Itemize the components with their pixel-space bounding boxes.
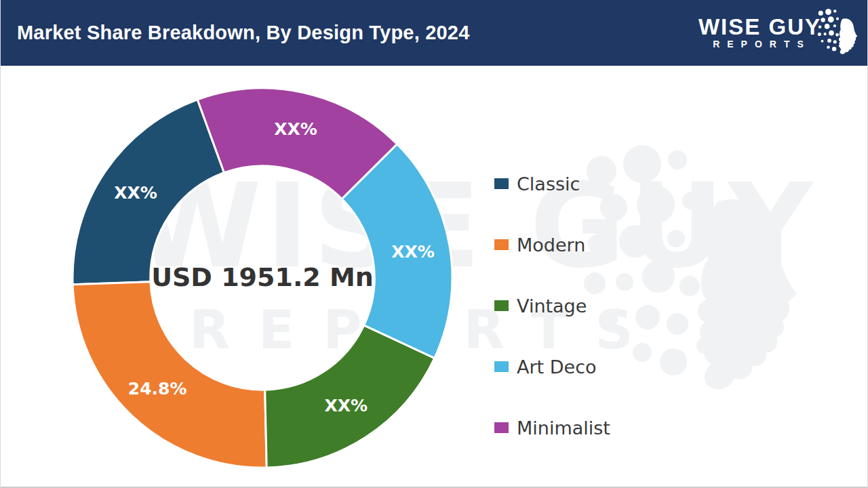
face-dot (827, 39, 831, 43)
face-dot (833, 40, 837, 43)
slice-label-minimalist: XX% (274, 119, 317, 139)
face-dot (833, 9, 836, 12)
legend-swatch-classic (494, 178, 509, 189)
face-dot (616, 273, 633, 291)
legend-swatch-minimalist (494, 422, 509, 433)
legend-label: Minimalist (517, 419, 610, 437)
face-dot (682, 192, 700, 209)
legend-label: Classic (517, 175, 580, 193)
face-dot (642, 260, 675, 293)
legend-label: Art Deco (517, 358, 597, 376)
slice-label-modern: 24.8% (128, 379, 187, 399)
face-dot (679, 276, 700, 296)
legend-item-art-deco: Art Deco (494, 336, 610, 397)
wise-guy-logo: WISE GUY REPORTS (698, 5, 858, 62)
donut-segment-modern (73, 282, 267, 468)
face-dot (824, 33, 827, 35)
legend-item-vintage: Vintage (494, 275, 610, 336)
face-dot (827, 45, 829, 48)
face-dot (668, 150, 687, 169)
legend-item-classic: Classic (494, 153, 610, 214)
legend-item-minimalist: Minimalist (494, 397, 610, 458)
face-dot (667, 230, 685, 247)
face-dot (818, 25, 821, 28)
legend-label: Modern (517, 236, 585, 254)
legend: ClassicModernVintageArt DecoMinimalist (494, 153, 610, 458)
face-dot (619, 225, 652, 258)
legend-item-modern: Modern (494, 214, 610, 275)
legend-label: Vintage (517, 297, 587, 315)
face-dot (818, 32, 821, 35)
face-dot (833, 24, 836, 27)
slice-label-art-deco: XX% (391, 242, 435, 262)
face-profile (839, 18, 857, 54)
face-dot (637, 186, 675, 224)
logo-wordmark-reports: REPORTS (698, 39, 821, 49)
face-profile (698, 199, 797, 389)
slice-label-classic: XX% (114, 183, 157, 203)
legend-swatch-vintage (494, 300, 509, 311)
face-dot (829, 30, 834, 35)
face-dot (623, 145, 661, 183)
face-dot (825, 24, 830, 29)
wise-guy-face-icon (817, 5, 858, 62)
legend-swatch-art-deco (494, 361, 509, 372)
face-dot (836, 17, 839, 20)
page-title: Market Share Breakdown, By Design Type, … (17, 22, 469, 44)
face-dot (832, 47, 836, 51)
logo-wordmark: WISE GUY (698, 16, 821, 39)
slice-label-vintage: XX% (324, 396, 368, 415)
face-dot (635, 305, 660, 329)
face-dot (660, 348, 687, 375)
watermark-face (583, 142, 800, 413)
face-dot (821, 18, 825, 22)
wise-guy-logo-text: WISE GUY REPORTS (698, 16, 821, 49)
face-dot (828, 16, 834, 22)
face-dot (825, 9, 831, 15)
header-bar: Market Share Breakdown, By Design Type, … (1, 0, 868, 66)
center-value-label: USD 1951.2 Mn (151, 262, 374, 292)
face-dot (821, 39, 824, 42)
face-dot (835, 33, 839, 36)
face-dot (667, 313, 688, 335)
face-dot (818, 10, 823, 15)
legend-swatch-modern (494, 239, 509, 250)
face-dot (633, 343, 652, 362)
